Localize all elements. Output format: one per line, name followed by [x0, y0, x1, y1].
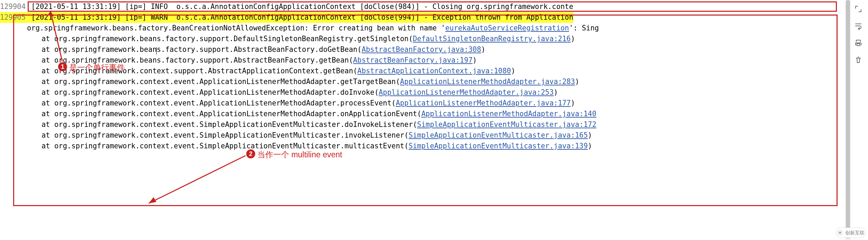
stack-frame: at org.springframework.context.event.App…	[0, 98, 844, 109]
source-link[interactable]: ApplicationListenerMethodAdapter.java:28…	[400, 76, 575, 87]
source-link[interactable]: SimpleApplicationEventMulticaster.java:1…	[417, 119, 596, 130]
source-link[interactable]: AbstractBeanFactory.java:308	[362, 44, 481, 55]
soft-wrap-icon[interactable]	[854, 22, 862, 33]
source-link[interactable]: SimpleApplicationEventMulticaster.java:1…	[408, 130, 588, 141]
stack-frame: at org.springframework.beans.factory.sup…	[0, 34, 844, 44]
stack-frame: at org.springframework.beans.factory.sup…	[0, 55, 844, 66]
stack-frame: at org.springframework.context.event.Sim…	[0, 119, 844, 130]
log-line-wrap: org.springframework.beans.factory.BeanCr…	[0, 23, 844, 34]
source-link[interactable]: ApplicationListenerMethodAdapter.java:17…	[396, 98, 571, 109]
log-viewport[interactable]: 129904 [2021-05-11 13:31:19] [ip=] INFO …	[0, 1, 868, 151]
line-number: 129905	[0, 12, 27, 23]
log-line: 129904 [2021-05-11 13:31:19] [ip=] INFO …	[0, 1, 844, 12]
line-number: 129904	[0, 1, 27, 12]
log-line-highlighted: 129905 [2021-05-11 13:31:19] [ip=] WARN …	[0, 12, 844, 23]
stack-frame: at org.springframework.context.event.App…	[0, 87, 844, 98]
source-link[interactable]: ApplicationListenerMethodAdapter.java:14…	[421, 109, 596, 119]
trash-icon[interactable]	[854, 56, 862, 67]
annotation-badge: 1	[58, 62, 67, 71]
scrollbar-thumb[interactable]	[846, 0, 850, 239]
stack-frame: at org.springframework.context.event.App…	[0, 76, 844, 87]
stack-frame: at org.springframework.context.support.A…	[0, 66, 844, 76]
svg-line-2	[149, 156, 246, 203]
watermark: ✦创新互联	[835, 228, 866, 238]
source-link[interactable]: SimpleApplicationEventMulticaster.java:1…	[408, 141, 588, 151]
annotation-text: 当作一个 multiline event	[257, 149, 342, 160]
svg-marker-3	[149, 197, 156, 203]
expand-icon[interactable]	[854, 5, 862, 16]
annotation-text: 是一个单行事件	[69, 62, 125, 73]
stack-frame: at org.springframework.beans.factory.sup…	[0, 44, 844, 55]
print-icon[interactable]	[854, 39, 862, 50]
source-link[interactable]: eurekaAutoServiceRegistration	[445, 23, 569, 34]
text-caret	[156, 47, 157, 55]
source-link[interactable]: DefaultSingletonBeanRegistry.java:216	[413, 34, 571, 44]
annotation-badge: 2	[246, 149, 255, 158]
stack-frame: at org.springframework.context.event.Sim…	[0, 130, 844, 141]
stack-frame: at org.springframework.context.event.App…	[0, 109, 844, 119]
source-link[interactable]: ApplicationListenerMethodAdapter.java:25…	[379, 87, 554, 98]
stack-frame: at org.springframework.context.event.Sim…	[0, 141, 844, 151]
source-link[interactable]: AbstractBeanFactory.java:197	[353, 55, 473, 66]
source-link[interactable]: AbstractApplicationContext.java:1080	[357, 66, 511, 76]
vertical-scrollbar[interactable]	[845, 0, 851, 240]
